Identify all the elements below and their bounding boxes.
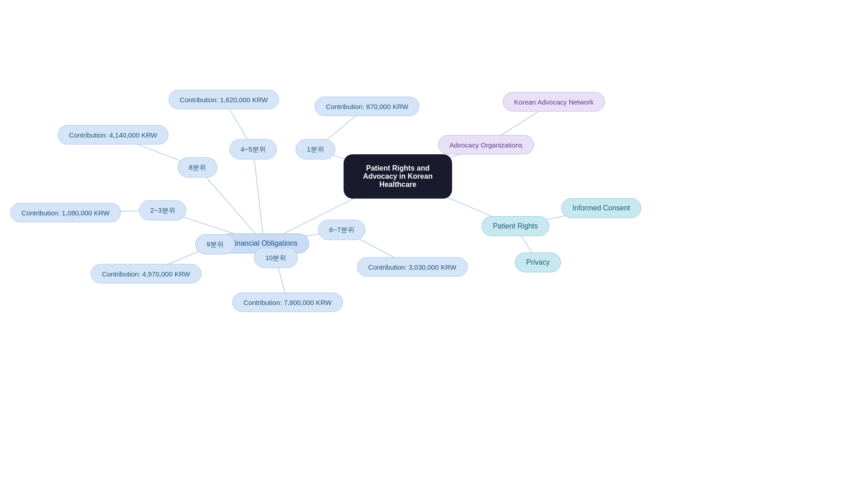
node-patient-rights: Patient Rights [481,216,549,236]
connection-lines [0,0,868,490]
node-korean-advocacy: Korean Advocacy Network [503,92,605,112]
node-rank23: 2~3분위 [139,200,186,221]
node-contrib4970: Contribution: 4,970,000 KRW [91,264,202,284]
node-rank67: 6~7분위 [318,220,365,240]
node-contrib1620: Contribution: 1,620,000 KRW [169,90,279,109]
node-rank45: 4~5분위 [229,139,277,160]
node-rank8: 8분위 [178,157,217,178]
svg-line-8 [198,167,264,243]
center-node: Patient Rights and Advocacy in Korean He… [344,154,452,199]
svg-line-7 [253,149,264,243]
node-rank10: 10분위 [254,248,298,268]
node-contrib3030: Contribution: 3,030,000 KRW [357,257,468,277]
node-privacy: Privacy [515,252,561,272]
mindmap-canvas: Patient Rights and Advocacy in Korean He… [0,0,868,490]
node-contrib4140: Contribution: 4,140,000 KRW [58,125,169,145]
node-rank1: 1분위 [296,139,335,160]
node-rank9: 9분위 [195,234,235,255]
node-informed-consent: Informed Consent [561,198,641,218]
node-contrib870: Contribution: 870,000 KRW [315,97,420,116]
node-contrib1080: Contribution: 1,080,000 KRW [10,203,121,223]
node-advocacy-orgs: Advocacy Organizations [438,135,534,155]
node-contrib7800: Contribution: 7,800,000 KRW [232,293,343,312]
